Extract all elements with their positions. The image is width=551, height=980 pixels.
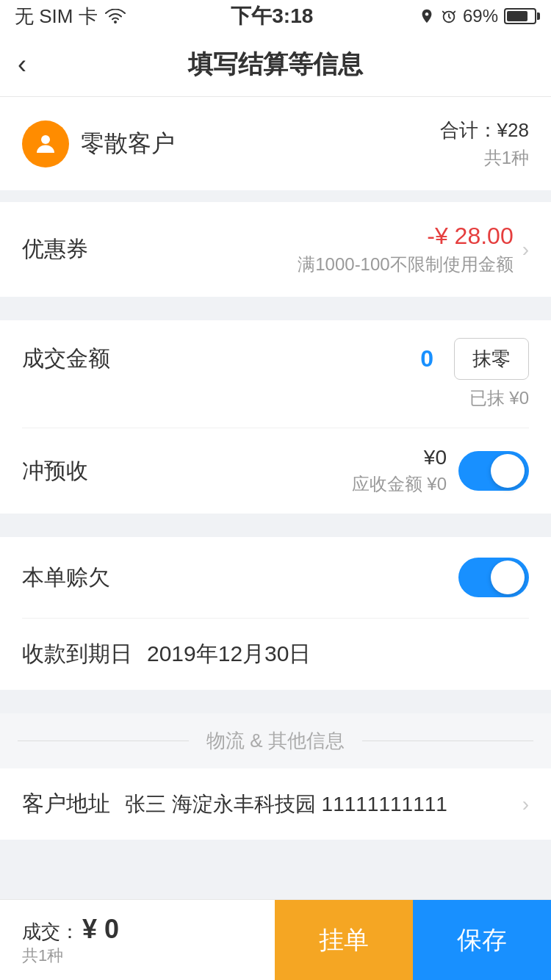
- debt-section: 本单赊欠 收款到期日 2019年12月30日: [0, 537, 551, 690]
- precollect-toggle[interactable]: [458, 451, 529, 491]
- debt-toggle-knob: [491, 561, 525, 594]
- logistics-line-left: [18, 741, 189, 741]
- address-left: 客户地址 张三 海淀永丰科技园 11111111111: [22, 789, 447, 819]
- customer-row: 零散客户 合计：¥28 共1种: [0, 97, 551, 190]
- precollect-right: ¥0 应收金额 ¥0: [352, 446, 529, 496]
- pending-button[interactable]: 挂单: [275, 900, 413, 981]
- customer-section: 零散客户 合计：¥28 共1种: [0, 97, 551, 190]
- nav-bar: ‹ 填写结算等信息: [0, 32, 551, 97]
- coupon-label: 优惠券: [22, 234, 88, 264]
- amount-section: 成交金额 0 抹零 已抹 ¥0: [0, 320, 551, 428]
- customer-right: 合计：¥28 共1种: [440, 118, 529, 170]
- amount-label: 成交金额: [22, 344, 110, 374]
- amount-sub-row: 已抹 ¥0: [22, 386, 529, 410]
- debt-row: 本单赊欠: [0, 537, 551, 618]
- duedate-label: 收款到期日: [22, 639, 132, 669]
- precollect-amounts: ¥0 应收金额 ¥0: [352, 446, 447, 496]
- logistics-line-right: [362, 741, 533, 741]
- coupon-section[interactable]: 优惠券 -¥ 28.00 满1000-100不限制使用金额 ›: [0, 202, 551, 297]
- bottom-bar: 成交： ¥ 0 共1种 挂单 保存: [0, 899, 551, 980]
- total-count: 共1种: [440, 146, 529, 170]
- alarm-icon: [441, 8, 457, 24]
- coupon-right: -¥ 28.00 满1000-100不限制使用金额 ›: [298, 223, 529, 276]
- battery-icon: [504, 8, 536, 24]
- precollect-main: ¥0: [352, 446, 447, 469]
- round-button[interactable]: 抹零: [454, 338, 529, 380]
- bottom-summary: 成交： ¥ 0 共1种: [0, 914, 275, 967]
- content-area: 零散客户 合计：¥28 共1种 优惠券 -¥ 28.00 满1000-100不限…: [0, 97, 551, 951]
- person-icon: [32, 131, 59, 157]
- summary-count: 共1种: [22, 945, 253, 967]
- customer-name: 零散客户: [81, 128, 175, 160]
- page-title: 填写结算等信息: [188, 48, 363, 82]
- battery-percent: 69%: [463, 6, 498, 26]
- debt-label: 本单赊欠: [22, 563, 110, 593]
- customer-left: 零散客户: [22, 120, 175, 167]
- save-button[interactable]: 保存: [413, 900, 551, 981]
- status-right: 69%: [419, 6, 536, 26]
- status-bar: 无 SIM 卡 下午3:18 69%: [0, 0, 551, 32]
- wifi-icon: [105, 9, 126, 24]
- summary-title: 成交：: [22, 919, 79, 945]
- logistics-separator: 物流 & 其他信息: [0, 713, 551, 768]
- duedate-value: 2019年12月30日: [147, 639, 311, 669]
- coupon-discount: -¥ 28.00: [298, 223, 513, 250]
- address-chevron-icon: ›: [522, 793, 529, 816]
- no-sim-text: 无 SIM 卡: [15, 4, 98, 29]
- total-label: 合计：¥28: [440, 118, 529, 143]
- status-left: 无 SIM 卡: [15, 4, 126, 29]
- section-divider-4: [0, 851, 551, 863]
- svg-point-1: [41, 135, 50, 144]
- precollect-sub: 应收金额 ¥0: [352, 472, 447, 496]
- address-label: 客户地址: [22, 789, 110, 819]
- location-icon: [419, 8, 435, 24]
- section-divider-3: [0, 702, 551, 713]
- amount-right: 0 抹零: [375, 338, 529, 380]
- section-divider-1: [0, 309, 551, 320]
- precollect-section: 冲预收 ¥0 应收金额 ¥0: [0, 428, 551, 514]
- summary-amount: ¥ 0: [82, 914, 119, 945]
- section-divider-2: [0, 525, 551, 537]
- amount-sub: 已抹 ¥0: [469, 388, 529, 408]
- amount-row: 成交金额 0 抹零: [22, 338, 529, 380]
- coupon-row[interactable]: 优惠券 -¥ 28.00 满1000-100不限制使用金额 ›: [0, 202, 551, 297]
- debt-toggle[interactable]: [458, 558, 529, 597]
- transaction-section: 成交金额 0 抹零 已抹 ¥0 冲预收 ¥0 应收金额 ¥0: [0, 320, 551, 514]
- address-row[interactable]: 客户地址 张三 海淀永丰科技园 11111111111 ›: [0, 768, 551, 840]
- customer-avatar: [22, 120, 69, 167]
- coupon-info: -¥ 28.00 满1000-100不限制使用金额: [298, 223, 513, 276]
- back-button[interactable]: ‹: [18, 49, 26, 80]
- address-value: 张三 海淀永丰科技园 11111111111: [125, 790, 447, 818]
- precollect-row: 冲预收 ¥0 应收金额 ¥0: [22, 446, 529, 496]
- amount-value[interactable]: 0: [375, 345, 433, 372]
- chevron-right-icon: ›: [522, 238, 529, 262]
- address-section[interactable]: 客户地址 张三 海淀永丰科技园 11111111111 ›: [0, 768, 551, 840]
- coupon-desc: 满1000-100不限制使用金额: [298, 253, 513, 276]
- logistics-title: 物流 & 其他信息: [206, 728, 345, 754]
- status-time: 下午3:18: [231, 2, 313, 30]
- toggle-knob: [491, 454, 525, 488]
- precollect-label: 冲预收: [22, 456, 88, 486]
- duedate-section: 收款到期日 2019年12月30日: [0, 619, 551, 690]
